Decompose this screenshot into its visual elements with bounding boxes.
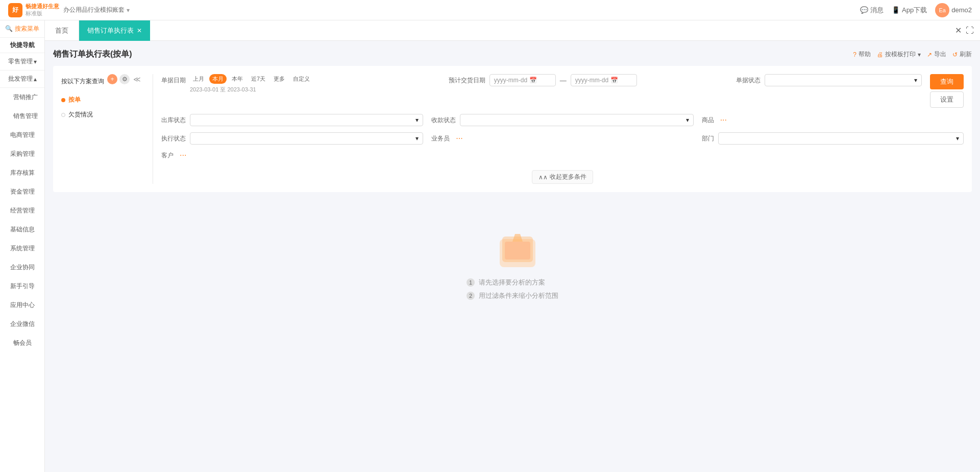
department-label: 部门 bbox=[702, 134, 714, 143]
settings-button[interactable]: 设置 bbox=[930, 91, 964, 108]
query-button[interactable]: 查询 bbox=[930, 74, 964, 89]
date-tab-7days[interactable]: 近7天 bbox=[248, 74, 268, 84]
hint-text-1: 请先选择要分析的方案 bbox=[479, 278, 545, 287]
goods-more-icon[interactable]: ··· bbox=[718, 115, 729, 125]
print-button[interactable]: 🖨 按模板打印 ▾ bbox=[877, 50, 921, 59]
message-item[interactable]: 💬 消息 bbox=[860, 6, 884, 15]
sidebar-enterprise-label: 企业协同 bbox=[10, 263, 35, 272]
collapse-button[interactable]: ∧∧ 收起更多条件 bbox=[532, 170, 593, 184]
goods-group: 商品 ··· bbox=[702, 115, 964, 125]
sidebar-item-retail[interactable]: 零售管理 ▾ bbox=[0, 53, 44, 70]
sidebar-quick-nav[interactable]: 快捷导航 bbox=[0, 38, 44, 53]
sidebar-ecommerce-label: 电商管理 bbox=[10, 131, 35, 139]
maximize-icon[interactable]: ⛶ bbox=[966, 26, 974, 35]
customer-more-icon[interactable]: ··· bbox=[178, 151, 188, 160]
sidebar-item-basic[interactable]: 基础信息 bbox=[0, 220, 44, 239]
refresh-button[interactable]: ↺ 刷新 bbox=[952, 50, 972, 59]
date-tab-last-month[interactable]: 上月 bbox=[190, 74, 207, 84]
department-select[interactable]: ▾ bbox=[718, 132, 964, 145]
sidebar-newbie-label: 新手引导 bbox=[10, 282, 35, 291]
tab-home[interactable]: 首页 bbox=[45, 20, 79, 41]
page-content: 销售订单执行表(按单) ? 帮助 🖨 按模板打印 ▾ ↗ 导出 bbox=[45, 41, 980, 472]
sidebar: 🔍 搜索菜单 快捷导航 零售管理 ▾ 批发管理 ▴ 营销推广 销售管理 电商管理… bbox=[0, 20, 45, 472]
sidebar-item-enterprise[interactable]: 企业协同 bbox=[0, 258, 44, 277]
sidebar-item-purchase[interactable]: 采购管理 bbox=[0, 145, 44, 163]
breadcrumb-dropdown[interactable]: 办公用品行业模拟账套 ▾ bbox=[63, 6, 130, 14]
top-bar-right: 💬 消息 📱 App下载 Ea demo2 bbox=[860, 3, 972, 17]
print-dropdown-icon: ▾ bbox=[918, 51, 921, 58]
setting-scheme-button[interactable]: ⚙ bbox=[119, 74, 130, 84]
sidebar-item-operation[interactable]: 经营管理 bbox=[0, 201, 44, 220]
scheme-inactive-dot bbox=[61, 113, 65, 117]
sidebar-item-system[interactable]: 系统管理 bbox=[0, 239, 44, 258]
date-tab-custom[interactable]: 自定义 bbox=[290, 74, 313, 84]
sidebar-corpwechat-label: 企业微信 bbox=[10, 320, 35, 328]
logo-icon: 好 bbox=[8, 3, 22, 17]
calendar-from-icon: 📅 bbox=[529, 77, 537, 84]
sidebar-item-marketing[interactable]: 营销推广 bbox=[0, 88, 44, 107]
main-layout: 🔍 搜索菜单 快捷导航 零售管理 ▾ 批发管理 ▴ 营销推广 销售管理 电商管理… bbox=[0, 20, 980, 472]
help-button[interactable]: ? 帮助 bbox=[853, 50, 871, 59]
department-dropdown-icon: ▾ bbox=[956, 135, 959, 142]
sidebar-basic-label: 基础信息 bbox=[10, 225, 35, 234]
sidebar-item-finance[interactable]: 资金管理 bbox=[0, 182, 44, 201]
order-status-dropdown-icon: ▾ bbox=[914, 77, 917, 84]
dropdown-icon: ▾ bbox=[127, 7, 130, 14]
outbound-status-select[interactable]: ▾ bbox=[190, 114, 423, 126]
date-tab-more[interactable]: 更多 bbox=[271, 74, 288, 84]
username: demo2 bbox=[951, 6, 972, 14]
refresh-icon: ↺ bbox=[952, 51, 958, 58]
collapse-scheme-button[interactable]: ≪ bbox=[132, 74, 142, 84]
search-icon: 🔍 bbox=[5, 25, 13, 32]
date-separator: — bbox=[560, 77, 567, 84]
schemes-title-text: 按以下方案查询 bbox=[61, 77, 104, 86]
app-download-item[interactable]: 📱 App下载 bbox=[892, 6, 927, 15]
tab-close-icon[interactable]: ✕ bbox=[137, 27, 142, 34]
export-button[interactable]: ↗ 导出 bbox=[927, 50, 946, 59]
export-label: 导出 bbox=[934, 50, 946, 59]
sidebar-item-appcenter[interactable]: 应用中心 bbox=[0, 296, 44, 315]
refresh-label: 刷新 bbox=[960, 50, 972, 59]
expected-date-field-group: 预计交货日期 yyyy-mm-dd 📅 — yyyy-mm-dd 📅 bbox=[449, 74, 728, 86]
order-status-select[interactable]: ▾ bbox=[765, 74, 922, 86]
tabs-bar: 首页 销售订单执行表 ✕ ✕ ⛶ bbox=[45, 20, 980, 41]
page-header-actions: ? 帮助 🖨 按模板打印 ▾ ↗ 导出 ↺ 刷新 bbox=[853, 50, 972, 59]
filter-row-2: 出库状态 ▾ 收款状态 bbox=[161, 114, 964, 126]
expected-date-to-input[interactable]: yyyy-mm-dd 📅 bbox=[571, 74, 637, 86]
order-status-label: 单据状态 bbox=[736, 76, 761, 85]
close-window-icon[interactable]: ✕ bbox=[955, 26, 962, 35]
sidebar-item-ecommerce[interactable]: 电商管理 bbox=[0, 126, 44, 145]
sidebar-search[interactable]: 🔍 搜索菜单 bbox=[0, 20, 44, 38]
empty-hint-1: 1 请先选择要分析的方案 bbox=[467, 278, 558, 287]
scheme-按单[interactable]: 按单 bbox=[61, 92, 146, 107]
add-scheme-button[interactable]: + bbox=[107, 74, 117, 84]
print-icon: 🖨 bbox=[877, 51, 883, 58]
message-label: 消息 bbox=[870, 6, 884, 15]
sidebar-member-label: 畅会员 bbox=[13, 339, 32, 347]
sidebar-item-member[interactable]: 畅会员 bbox=[0, 334, 44, 352]
execution-status-select[interactable]: ▾ bbox=[190, 132, 423, 145]
logo-area: 好 畅捷通好生意 标准版 bbox=[8, 3, 59, 17]
salesperson-more-icon[interactable]: ··· bbox=[454, 134, 464, 143]
query-set-buttons: 查询 设置 bbox=[930, 74, 964, 108]
sidebar-item-newbie[interactable]: 新手引导 bbox=[0, 277, 44, 296]
sidebar-retail-label: 零售管理 bbox=[8, 57, 33, 66]
date-tab-this-month[interactable]: 本月 bbox=[209, 74, 227, 84]
date-tab-this-year[interactable]: 本年 bbox=[229, 74, 246, 84]
scheme-欠货情况[interactable]: 欠货情况 bbox=[61, 107, 146, 122]
sidebar-item-inventory[interactable]: 库存核算 bbox=[0, 163, 44, 182]
tab-active[interactable]: 销售订单执行表 ✕ bbox=[79, 20, 150, 41]
department-group: 部门 ▾ bbox=[702, 132, 964, 145]
expected-date-from-input[interactable]: yyyy-mm-dd 📅 bbox=[489, 74, 556, 86]
sidebar-item-wholesale[interactable]: 批发管理 ▴ bbox=[0, 70, 44, 88]
scheme-欠货情况-label: 欠货情况 bbox=[68, 110, 93, 119]
customer-label: 客户 bbox=[161, 151, 174, 160]
sidebar-item-sales[interactable]: 销售管理 bbox=[0, 107, 44, 126]
user-area[interactable]: Ea demo2 bbox=[935, 3, 972, 17]
print-label: 按模板打印 bbox=[885, 50, 916, 59]
execution-status-group: 执行状态 ▾ bbox=[161, 132, 423, 145]
tab-active-label: 销售订单执行表 bbox=[87, 26, 134, 35]
receipt-status-select[interactable]: ▾ bbox=[460, 114, 693, 126]
sidebar-appcenter-label: 应用中心 bbox=[10, 301, 35, 310]
sidebar-item-corpwechat[interactable]: 企业微信 bbox=[0, 315, 44, 334]
